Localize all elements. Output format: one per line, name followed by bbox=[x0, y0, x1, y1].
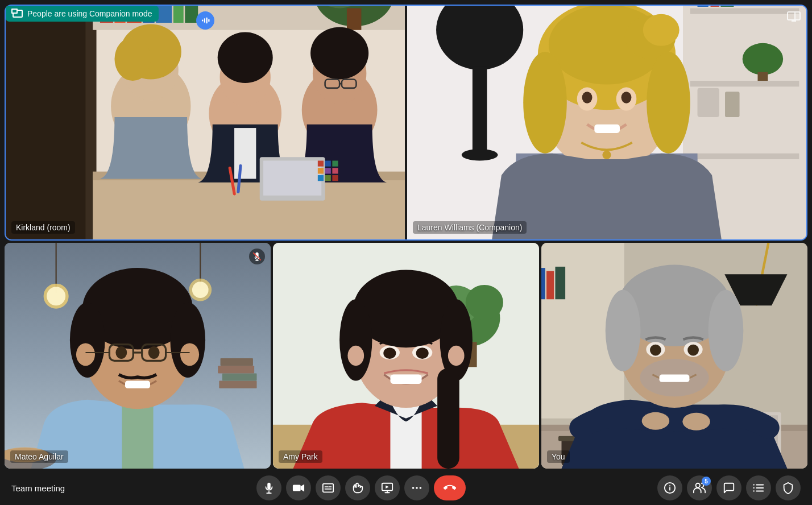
svg-point-177 bbox=[416, 487, 418, 489]
svg-rect-39 bbox=[318, 175, 324, 181]
svg-rect-1 bbox=[6, 6, 93, 239]
activities-button[interactable] bbox=[746, 475, 771, 500]
shield-icon bbox=[782, 482, 794, 494]
captions-button[interactable] bbox=[316, 475, 341, 500]
svg-point-23 bbox=[218, 32, 273, 83]
raise-hand-icon bbox=[351, 482, 364, 494]
svg-rect-53 bbox=[690, 8, 799, 14]
participant-tile-you[interactable]: You bbox=[541, 243, 807, 469]
svg-rect-47 bbox=[208, 19, 209, 22]
svg-point-69 bbox=[523, 52, 567, 154]
mic-icon bbox=[263, 482, 275, 494]
camera-button[interactable] bbox=[286, 475, 311, 500]
svg-point-178 bbox=[420, 487, 422, 489]
svg-rect-168 bbox=[323, 484, 333, 492]
toolbar-left: Team meeting bbox=[11, 483, 65, 493]
svg-rect-55 bbox=[690, 154, 799, 159]
companion-tile-icon bbox=[787, 11, 801, 25]
svg-point-117 bbox=[466, 285, 503, 320]
svg-point-125 bbox=[440, 299, 473, 380]
svg-point-73 bbox=[582, 92, 593, 103]
toolbar: Team meeting bbox=[0, 471, 812, 505]
svg-point-160 bbox=[687, 345, 699, 356]
companion-mode-banner: People are using Companion mode bbox=[6, 6, 159, 22]
svg-point-88 bbox=[192, 282, 209, 298]
speaking-indicator-kirkland bbox=[196, 11, 214, 30]
svg-rect-126 bbox=[437, 369, 459, 469]
svg-rect-32 bbox=[263, 161, 321, 196]
chat-button[interactable] bbox=[716, 475, 741, 500]
svg-point-154 bbox=[606, 290, 641, 371]
more-options-button[interactable] bbox=[404, 475, 429, 500]
svg-rect-54 bbox=[690, 81, 799, 86]
svg-rect-50 bbox=[473, 67, 487, 154]
svg-rect-24 bbox=[234, 128, 256, 179]
svg-rect-133 bbox=[390, 375, 421, 384]
svg-point-155 bbox=[709, 290, 744, 371]
svg-rect-41 bbox=[332, 175, 338, 181]
svg-rect-58 bbox=[720, 6, 734, 7]
participant-tile-amy[interactable]: Amy Park bbox=[273, 243, 539, 469]
video-grid: Kirkland (room) bbox=[0, 0, 812, 471]
end-call-button[interactable] bbox=[434, 475, 466, 500]
svg-rect-140 bbox=[555, 267, 565, 299]
svg-point-100 bbox=[180, 343, 199, 366]
svg-rect-108 bbox=[125, 381, 150, 388]
svg-rect-90 bbox=[222, 373, 257, 380]
raise-hand-button[interactable] bbox=[345, 475, 370, 500]
svg-point-76 bbox=[602, 151, 611, 159]
participant-tile-kirkland[interactable]: Kirkland (room) bbox=[6, 6, 405, 239]
people-count-badge: 5 bbox=[702, 477, 711, 486]
svg-rect-139 bbox=[546, 271, 554, 300]
svg-rect-75 bbox=[594, 125, 620, 133]
activities-icon bbox=[752, 482, 765, 494]
svg-point-107 bbox=[148, 346, 160, 359]
present-icon bbox=[381, 482, 393, 494]
present-button[interactable] bbox=[375, 475, 400, 500]
participant-name-amy: Amy Park bbox=[279, 450, 322, 463]
meeting-info-button[interactable] bbox=[657, 475, 682, 500]
participant-name-kirkland: Kirkland (room) bbox=[11, 221, 75, 234]
svg-rect-44 bbox=[202, 20, 203, 22]
svg-rect-36 bbox=[318, 168, 324, 173]
svg-rect-93 bbox=[122, 400, 153, 469]
svg-rect-56 bbox=[698, 6, 709, 7]
svg-point-124 bbox=[339, 299, 372, 380]
svg-point-97 bbox=[70, 303, 105, 378]
chat-icon bbox=[723, 482, 735, 494]
more-options-icon bbox=[411, 482, 423, 494]
toolbar-right: 5 bbox=[657, 475, 801, 500]
companion-banner-text: People are using Companion mode bbox=[27, 9, 152, 18]
svg-rect-9 bbox=[173, 6, 184, 23]
svg-point-182 bbox=[696, 483, 700, 487]
people-button[interactable]: 5 bbox=[687, 475, 712, 500]
svg-rect-57 bbox=[711, 6, 719, 7]
participant-tile-lauren[interactable]: Lauren Williams (Companion) bbox=[407, 6, 806, 239]
participant-name-lauren: Lauren Williams (Companion) bbox=[413, 221, 527, 234]
svg-rect-166 bbox=[293, 485, 301, 491]
svg-rect-33 bbox=[318, 161, 324, 167]
svg-rect-78 bbox=[795, 12, 800, 20]
info-icon bbox=[664, 482, 676, 494]
mic-button[interactable] bbox=[256, 475, 281, 500]
svg-point-74 bbox=[622, 92, 632, 103]
svg-point-85 bbox=[47, 287, 65, 305]
host-controls-button[interactable] bbox=[776, 475, 801, 500]
svg-rect-34 bbox=[325, 161, 331, 167]
svg-point-131 bbox=[383, 347, 396, 359]
svg-point-59 bbox=[743, 43, 783, 75]
svg-point-128 bbox=[448, 346, 465, 366]
participant-tile-mateo[interactable]: Mateo Aguilar bbox=[5, 243, 271, 469]
participant-name-you: You bbox=[547, 450, 570, 463]
svg-point-176 bbox=[412, 487, 415, 489]
active-speakers-row: Kirkland (room) bbox=[5, 5, 807, 241]
svg-point-51 bbox=[462, 149, 498, 160]
svg-rect-46 bbox=[206, 18, 208, 24]
svg-point-159 bbox=[650, 345, 661, 356]
svg-rect-40 bbox=[325, 175, 331, 181]
svg-rect-138 bbox=[541, 268, 545, 299]
svg-rect-89 bbox=[219, 381, 256, 388]
svg-point-70 bbox=[647, 52, 690, 154]
svg-rect-14 bbox=[347, 8, 362, 30]
svg-rect-92 bbox=[221, 358, 253, 366]
